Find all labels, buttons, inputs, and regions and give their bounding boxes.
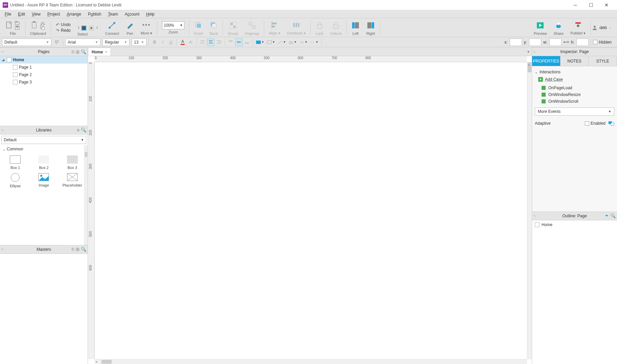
canvas[interactable] [95, 62, 527, 359]
toolbar-share[interactable]: Share [550, 19, 567, 36]
widget-box2[interactable]: Box 2 [31, 155, 56, 170]
pos-x-input[interactable] [510, 39, 522, 46]
search-icon[interactable]: 🔍 [610, 213, 616, 218]
add-folder-icon[interactable]: ⎘ [72, 49, 74, 54]
toolbar-file-group[interactable]: File [2, 19, 24, 36]
toolbar-left[interactable]: Left [348, 19, 363, 36]
toolbar-preview[interactable]: Preview [530, 19, 550, 36]
align-left-button[interactable] [199, 39, 206, 46]
undock-icon[interactable]: ↖ [1, 247, 4, 251]
text-color-button[interactable]: A [179, 39, 186, 46]
more-text-button[interactable]: Aᵢ [187, 39, 195, 46]
minimize-button[interactable]: ─ [568, 0, 583, 10]
zoom-combo[interactable]: 100%▼ [162, 21, 184, 29]
menu-file[interactable]: File [1, 11, 15, 18]
filter-icon[interactable]: ⏷ [604, 213, 609, 218]
undo-button[interactable]: ↶Undo [56, 22, 71, 27]
toolbar-align[interactable]: Align ▾ [266, 19, 284, 36]
menu-edit[interactable]: Edit [15, 11, 28, 18]
undock-icon[interactable]: ↖ [1, 128, 4, 132]
valign-bottom-button[interactable] [243, 39, 251, 46]
horizontal-scrollbar[interactable]: ◂ [95, 359, 527, 364]
toolbar-distribute[interactable]: Distribute ▾ [284, 19, 310, 36]
search-icon[interactable]: 🔍 [81, 49, 86, 54]
line-style-button[interactable]: ▼ [266, 39, 276, 46]
library-scrollbar[interactable] [84, 145, 88, 245]
add-master-icon[interactable]: ⊞ [76, 247, 79, 252]
toolbar-ungroup[interactable]: Ungroup [242, 19, 262, 36]
tab-properties[interactable]: PROPERTIES [532, 56, 561, 66]
more-events-combo[interactable]: More Events▼ [535, 107, 614, 116]
undock-icon[interactable]: ↖ [533, 214, 536, 218]
lock-aspect-icon[interactable]: ⟷ [564, 40, 569, 44]
outline-home[interactable]: Home [533, 222, 616, 228]
fill-color-button[interactable]: ▼ [255, 39, 265, 46]
menu-project[interactable]: Project [44, 11, 63, 18]
add-page-icon[interactable]: ⊞ [76, 49, 79, 54]
add-folder-icon[interactable]: ⎘ [72, 247, 74, 252]
tab-dropdown[interactable]: ▾ [525, 48, 532, 56]
widget-box3[interactable]: Box 3 [60, 155, 85, 170]
library-section-common[interactable]: ⌄Common [0, 145, 88, 153]
tab-style[interactable]: STYLE [589, 56, 617, 66]
adaptive-enabled-checkbox[interactable]: Enabled [585, 121, 605, 126]
font-combo[interactable]: Arial▼ [65, 39, 100, 46]
add-case-link[interactable]: +Add Case [535, 76, 614, 84]
toolbar-unlock[interactable]: Unlock [327, 19, 345, 36]
arrow-button[interactable]: ▼ [298, 39, 308, 46]
toolbar-back[interactable]: Back [206, 19, 221, 36]
toolbar-connect[interactable]: Connect [102, 19, 122, 36]
toolbar-front[interactable]: Front [191, 19, 206, 36]
tab-notes[interactable]: NOTES [561, 56, 589, 66]
italic-button[interactable]: I [159, 39, 166, 46]
undock-icon[interactable]: ↖ [533, 50, 536, 54]
toolbar-select-group[interactable]: └ ┘ Select [74, 19, 102, 36]
adaptive-views-icon[interactable] [608, 121, 614, 126]
close-tab-icon[interactable]: × [105, 50, 107, 54]
library-menu-icon[interactable]: ≡ [77, 127, 79, 133]
align-center-button[interactable] [207, 39, 214, 46]
toolbar-right[interactable]: Right [363, 19, 379, 36]
vertical-scrollbar[interactable]: ▴ [527, 62, 532, 359]
page-2[interactable]: Page 2 [0, 71, 88, 78]
menu-help[interactable]: Help [143, 11, 158, 18]
menu-team[interactable]: Team [105, 11, 121, 18]
toolbar-pen[interactable]: Pen [122, 19, 137, 36]
close-button[interactable]: ✕ [599, 0, 614, 10]
event-onpageload[interactable]: OnPageLoad [535, 84, 614, 91]
page-home[interactable]: ◢ Home [0, 56, 88, 64]
underline-button[interactable]: U [167, 39, 175, 46]
menu-publish[interactable]: Publish [85, 11, 105, 18]
menu-account[interactable]: Account [121, 11, 143, 18]
line-width-button[interactable]: ▼ [288, 39, 298, 46]
menu-arrange[interactable]: Arrange [63, 11, 85, 18]
align-right-button[interactable] [215, 39, 223, 46]
search-icon[interactable]: 🔍 [81, 247, 86, 252]
valign-middle-button[interactable] [235, 39, 243, 46]
hidden-checkbox[interactable]: Hidden [593, 40, 615, 45]
toolbar-group[interactable]: Group [224, 19, 242, 36]
size-combo[interactable]: 13▼ [132, 39, 146, 46]
paint-format-icon[interactable] [53, 39, 61, 46]
undock-icon[interactable]: ↖ [1, 50, 4, 54]
toolbar-more[interactable]: ••• More ▾ [137, 19, 156, 36]
maximize-button[interactable]: ☐ [583, 0, 599, 10]
interactions-section[interactable]: ⌄Interactions [535, 68, 614, 76]
bold-button[interactable]: B [151, 39, 158, 46]
widget-ellipse[interactable]: Ellipse [3, 173, 28, 188]
library-combo[interactable]: Default▼ [1, 136, 86, 144]
event-onwindowresize[interactable]: OnWindowResize [535, 91, 614, 98]
line-color-button[interactable]: ▼ [277, 39, 287, 46]
page-3[interactable]: Page 3 [0, 78, 88, 86]
redo-button[interactable]: ↷Redo [56, 28, 71, 33]
size-w-input[interactable] [549, 39, 562, 46]
toolbar-zoom[interactable]: 100%▼ Zoom [159, 19, 188, 36]
event-onwindowscroll[interactable]: OnWindowScroll [535, 98, 614, 105]
user-menu[interactable]: deb ⌄ [592, 25, 615, 30]
weight-combo[interactable]: Regular▼ [102, 39, 130, 46]
pos-y-input[interactable] [529, 39, 541, 46]
toolbar-clipboard-group[interactable]: Clipboard [27, 19, 49, 36]
toolbar-lock[interactable]: Lock [312, 19, 327, 36]
style-combo[interactable]: Default▼ [2, 39, 51, 46]
valign-top-button[interactable] [227, 39, 234, 46]
